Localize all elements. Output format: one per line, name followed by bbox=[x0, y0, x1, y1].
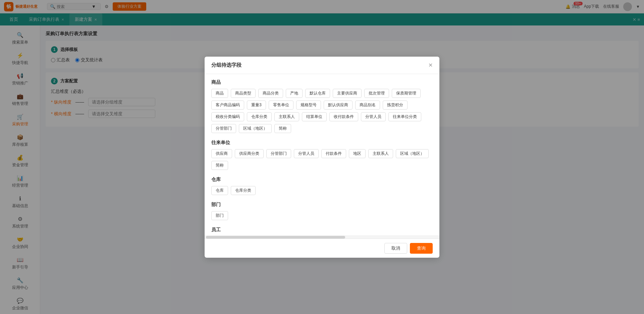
field-tag[interactable]: 重量3 bbox=[247, 101, 266, 110]
field-tag[interactable]: 主联系人 bbox=[368, 149, 393, 158]
field-tag[interactable]: 商品分类 bbox=[258, 89, 283, 98]
confirm-button[interactable]: 查询 bbox=[410, 243, 433, 254]
section-warehouse-grid: 仓库 仓库分类 bbox=[211, 186, 433, 195]
field-tag[interactable]: 客户商品编码 bbox=[211, 101, 244, 110]
field-tag[interactable]: 批次管理 bbox=[364, 89, 389, 98]
modal-close-btn[interactable]: ✕ bbox=[428, 62, 433, 68]
field-tag[interactable]: 零售单位 bbox=[269, 101, 293, 110]
field-tag[interactable]: 主联系人 bbox=[274, 112, 299, 121]
cancel-button[interactable]: 取消 bbox=[384, 243, 407, 254]
modal-hscroll[interactable] bbox=[205, 236, 439, 239]
section-partner-title: 往来单位 bbox=[211, 140, 433, 146]
hscroll-thumb[interactable] bbox=[206, 236, 345, 239]
section-staff-title: 员工 bbox=[211, 227, 433, 233]
modal-footer: 取消 查询 bbox=[205, 239, 439, 258]
field-tag[interactable]: 简称 bbox=[274, 124, 291, 133]
field-tag[interactable]: 商品 bbox=[211, 89, 228, 98]
section-partner: 往来单位 供应商 供应商分类 分管部门 分管人员 付款条件 地区 主联系人 区域… bbox=[211, 140, 433, 170]
field-tag[interactable]: 供应商分类 bbox=[235, 149, 264, 158]
modal-header: 分组待选字段 ✕ bbox=[205, 57, 439, 74]
field-tag[interactable]: 收付款条件 bbox=[329, 112, 358, 121]
section-dept-title: 部门 bbox=[211, 202, 433, 208]
section-dept-grid: 部门 bbox=[211, 211, 433, 220]
section-partner-grid: 供应商 供应商分类 分管部门 分管人员 付款条件 地区 主联系人 区域（地区） … bbox=[211, 149, 433, 170]
section-goods-title: 商品 bbox=[211, 79, 433, 85]
field-tag[interactable]: 供应商 bbox=[211, 149, 232, 158]
field-tag[interactable]: 区域（地区） bbox=[239, 124, 272, 133]
section-staff: 员工 业务员 bbox=[211, 227, 433, 236]
section-warehouse-title: 仓库 bbox=[211, 177, 433, 183]
section-goods-grid: 商品 商品类型 商品分类 产地 默认仓库 主要供应商 批次管理 保质期管理 客户… bbox=[211, 89, 433, 133]
modal-overlay[interactable]: 分组待选字段 ✕ 商品 商品 商品类型 商品分类 产地 默认仓库 主要供应商 批… bbox=[0, 0, 644, 314]
section-warehouse: 仓库 仓库 仓库分类 bbox=[211, 177, 433, 195]
field-tag[interactable]: 默认仓库 bbox=[305, 89, 330, 98]
field-tag[interactable]: 仓库 bbox=[211, 186, 228, 195]
field-tag[interactable]: 保质期管理 bbox=[392, 89, 421, 98]
field-tag[interactable]: 分管人员 bbox=[294, 149, 319, 158]
field-tag[interactable]: 结算单位 bbox=[302, 112, 327, 121]
field-tag[interactable]: 拣货积分 bbox=[383, 101, 408, 110]
field-tag[interactable]: 部门 bbox=[211, 211, 228, 220]
field-tag[interactable]: 仓库分类 bbox=[231, 186, 256, 195]
field-tag[interactable]: 税收分类编码 bbox=[211, 112, 244, 121]
field-tag[interactable]: 仓库分类 bbox=[247, 112, 272, 121]
field-tag[interactable]: 分管部门 bbox=[266, 149, 291, 158]
modal-body: 商品 商品 商品类型 商品分类 产地 默认仓库 主要供应商 批次管理 保质期管理… bbox=[205, 74, 439, 236]
section-dept: 部门 部门 bbox=[211, 202, 433, 220]
field-tag[interactable]: 商品类型 bbox=[231, 89, 256, 98]
modal-title: 分组待选字段 bbox=[211, 62, 241, 68]
field-tag[interactable]: 默认供应商 bbox=[324, 101, 353, 110]
field-tag[interactable]: 地区 bbox=[349, 149, 366, 158]
field-tag[interactable]: 往来单位分类 bbox=[388, 112, 421, 121]
field-tag[interactable]: 商品别名 bbox=[355, 101, 380, 110]
field-select-modal: 分组待选字段 ✕ 商品 商品 商品类型 商品分类 产地 默认仓库 主要供应商 批… bbox=[205, 57, 439, 258]
field-tag[interactable]: 产地 bbox=[286, 89, 303, 98]
field-tag[interactable]: 区域（地区） bbox=[396, 149, 429, 158]
field-tag[interactable]: 付款条件 bbox=[321, 149, 346, 158]
field-tag[interactable]: 分管人员 bbox=[361, 112, 386, 121]
field-tag[interactable]: 主要供应商 bbox=[333, 89, 362, 98]
field-tag[interactable]: 规格型号 bbox=[296, 101, 321, 110]
field-tag[interactable]: 简称 bbox=[211, 161, 228, 170]
field-tag[interactable]: 分管部门 bbox=[211, 124, 236, 133]
section-goods: 商品 商品 商品类型 商品分类 产地 默认仓库 主要供应商 批次管理 保质期管理… bbox=[211, 79, 433, 133]
